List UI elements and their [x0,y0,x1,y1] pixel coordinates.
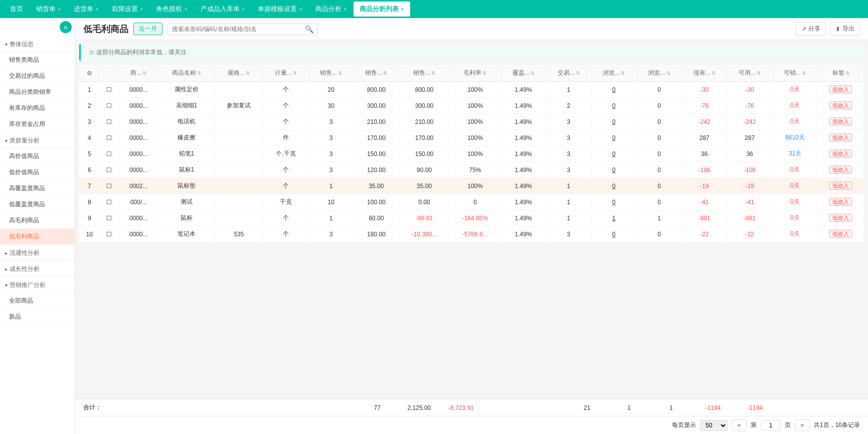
row-sales-qty: 1 [308,210,354,226]
row-checkbox[interactable]: ☐ [100,162,119,178]
col-header-browse1[interactable]: 浏览...⇅ [591,65,636,82]
col-header-sales_amount[interactable]: 销售...⇅ [399,65,450,82]
nav-item-角色授权[interactable]: 角色授权× [150,2,193,17]
page-number-input[interactable] [761,420,781,430]
sort-icon: ⇅ [845,70,849,76]
close-icon[interactable]: × [140,6,143,12]
chevron-icon: ▾ [5,138,8,143]
row-sales-qty: 3 [308,146,354,162]
nav-item-商品分析列表[interactable]: 商品分析列表× [354,2,410,17]
row-code: 0000... [119,98,158,114]
row-transaction: 3 [546,162,591,178]
col-header-unit[interactable]: 计量...⇅ [263,65,308,82]
nav-item-进货单[interactable]: 进货单× [68,2,104,17]
row-spec [215,178,263,194]
sidebar-item-销售类商品[interactable]: 销售类商品 [0,52,75,68]
row-checkbox[interactable]: ☐ [100,178,119,194]
close-icon[interactable]: × [95,6,98,12]
row-checkbox[interactable]: ☐ [100,98,119,114]
col-header-spec[interactable]: 规格...⇅ [215,65,263,82]
export-button[interactable]: ⬆ 导出 [830,22,860,36]
col-header-sales_qty[interactable]: 销售...⇅ [308,65,354,82]
filter-month-btn[interactable]: 近一月 [133,23,162,35]
close-icon[interactable]: × [343,6,346,12]
nav-item-产成品入库单[interactable]: 产成品入库单× [195,2,251,17]
sidebar-item-低价值商品[interactable]: 低价值商品 [0,165,75,181]
row-spec [215,194,263,210]
sidebar-item-低毛利商品[interactable]: 低毛利商品 [0,229,75,245]
sidebar-item-高毛利商品[interactable]: 高毛利商品 [0,213,75,229]
row-checkbox[interactable]: ☐ [100,226,119,242]
row-checkbox[interactable]: ☐ [100,82,119,98]
nav-item-权限设置[interactable]: 权限设置× [106,2,149,17]
sidebar-item-高覆盖度商品[interactable]: 高覆盖度商品 [0,181,75,197]
page-end-label: 页 [785,421,791,429]
nav-item-首页[interactable]: 首页 [4,2,29,17]
page-size-select[interactable]: 50 100 200 [700,420,728,431]
col-header-sales_price[interactable]: 销售...⇅ [354,65,399,82]
col-header-tag[interactable]: 标签⇅ [818,65,864,82]
close-icon[interactable]: × [299,6,302,12]
row-checkbox[interactable]: ☐ [100,210,119,226]
row-sales-price: 170.00 [354,130,399,146]
sidebar-group-流通性分析[interactable]: ▸流通性分析 [0,245,75,261]
row-name: 笔记本 [158,226,215,242]
row-checkbox[interactable]: ☐ [100,130,119,146]
sidebar-collapse-btn[interactable]: « [60,21,72,33]
row-checkbox[interactable]: ☐ [100,146,119,162]
col-header-browse2[interactable]: 浏览...⇅ [636,65,681,82]
sidebar-item-新品[interactable]: 新品 [0,309,75,325]
search-icon[interactable]: 🔍 [305,25,313,33]
sidebar-item-库存资金占用[interactable]: 库存资金占用 [0,116,75,132]
table-row: 2☐0000...吴细细1参加复试个30300.00300.00100%1.49… [79,98,864,114]
page-header: 低毛利商品 近一月 🔍 ↗ 分享 ⬆ 导出 [75,18,868,40]
row-transaction: 2 [546,98,591,114]
row-sales-amount: -98.91 [399,210,450,226]
col-header-name[interactable]: 商品名称⇅ [158,65,215,82]
nav-item-销货单[interactable]: 销货单× [30,2,67,17]
table-wrapper[interactable]: ⚙商...⇅商品名称⇅规格...⇅计量...⇅销售...⇅销售...⇅销售...… [75,61,868,398]
row-gross-margin: 100% [450,130,501,146]
row-number: 2 [79,98,100,114]
next-page-btn[interactable]: ＞ [795,419,810,431]
sidebar-item-交易过的商品[interactable]: 交易过的商品 [0,68,75,84]
sidebar-item-有库存的商品[interactable]: 有库存的商品 [0,100,75,116]
sidebar-item-商品分类助销率[interactable]: 商品分类助销率 [0,84,75,100]
sidebar-group-整体信息[interactable]: ▾整体信息 [0,36,75,52]
sort-icon: ⇅ [712,70,716,76]
table-row: 9☐0000...鼠标个160.00-98.91-164.85%1.49%111… [79,210,864,226]
col-header-available_stock[interactable]: 可用...⇅ [727,65,772,82]
col-header-code[interactable]: 商...⇅ [119,65,158,82]
sort-icon: ⇅ [482,70,486,76]
close-icon[interactable]: × [242,6,245,12]
table-footer: 合计： 772,125.00-8,723.912111-1194-1194 [75,398,868,416]
sidebar-item-低覆盖度商品[interactable]: 低覆盖度商品 [0,197,75,213]
close-icon[interactable]: × [184,6,187,12]
share-button[interactable]: ↗ 分享 [796,22,826,36]
close-icon[interactable]: × [58,6,61,12]
total-records: 共1页，10条记录 [814,421,860,429]
row-checkbox[interactable]: ☐ [100,114,119,130]
close-icon[interactable]: × [401,6,404,12]
col-header-current_stock[interactable]: 现有...⇅ [682,65,727,82]
sidebar-group-类群量分析[interactable]: ▾类群量分析 [0,132,75,149]
content-area: 低毛利商品 近一月 🔍 ↗ 分享 ⬆ 导出 ☆ 这部分商品的利润非常低，请 [75,18,868,434]
sidebar-item-全部商品[interactable]: 全部商品 [0,293,75,309]
nav-item-商品分析[interactable]: 商品分析× [309,2,353,17]
sidebar-group-成长性分析[interactable]: ▸成长性分析 [0,261,75,277]
col-header-coverage[interactable]: 覆盖...⇅ [500,65,546,82]
prev-page-btn[interactable]: ＜ [732,419,747,431]
col-header-gross_margin[interactable]: 毛利率⇅ [450,65,501,82]
row-browse2: 0 [636,146,681,162]
row-checkbox[interactable]: ☐ [100,194,119,210]
col-header-transaction[interactable]: 交易...⇅ [546,65,591,82]
nav-item-单据模板设置[interactable]: 单据模板设置× [252,2,308,17]
row-unit: 个 [263,162,308,178]
row-browse1: 0 [591,98,636,114]
col-header-saleable_days[interactable]: 可销...⇅ [772,65,817,82]
search-input[interactable] [172,26,305,33]
row-saleable-days: 0天 [772,194,817,210]
row-name: 吴细细1 [158,98,215,114]
sidebar-item-高价值商品[interactable]: 高价值商品 [0,149,75,165]
sidebar-group-营销推广分析[interactable]: ▾营销推广分析 [0,277,75,293]
